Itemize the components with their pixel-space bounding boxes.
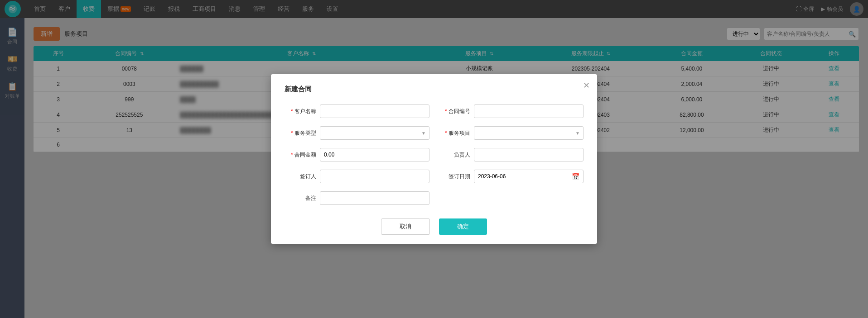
form-row-5: 备注 [285,191,583,205]
confirm-button[interactable]: 确定 [439,218,487,235]
client-name-input[interactable] [320,104,429,118]
field-sign-date: 签订日期 📅 [439,170,583,183]
field-service-item: 服务项目 ▼ [439,126,583,140]
service-type-label: 服务类型 [285,129,316,137]
form-row-1: 客户名称 合同编号 [285,104,583,118]
form-row-2: 服务类型 ▼ 服务项目 ▼ [285,126,583,140]
field-contract-amount: 合同金额 [285,148,429,161]
sign-date-input[interactable] [478,173,572,180]
sign-date-wrap: 📅 [474,170,583,183]
modal-overlay: ✕ 新建合同 客户名称 合同编号 服务类型 ▼ 服务项目 [0,0,868,318]
service-item-select[interactable] [474,126,583,140]
cancel-button[interactable]: 取消 [381,218,430,235]
remark-label: 备注 [285,195,316,202]
contract-no-label: 合同编号 [439,108,470,115]
signer-input[interactable] [320,170,429,183]
modal-title: 新建合同 [285,85,583,94]
field-contract-no: 合同编号 [439,104,583,118]
contract-amount-input[interactable] [320,148,429,161]
calendar-icon[interactable]: 📅 [572,173,579,180]
signer-label: 签订人 [285,173,316,180]
field-responsible: 负责人 [439,148,583,161]
new-contract-modal: ✕ 新建合同 客户名称 合同编号 服务类型 ▼ 服务项目 [271,74,597,244]
contract-amount-label: 合同金额 [285,151,316,159]
modal-footer: 取消 确定 [285,218,583,235]
contract-no-input[interactable] [474,104,583,118]
service-item-label: 服务项目 [439,129,470,137]
field-remark: 备注 [285,191,429,205]
field-signer: 签订人 [285,170,429,183]
field-service-type: 服务类型 ▼ [285,126,429,140]
responsible-label: 负责人 [439,151,470,159]
form-row-4: 签订人 签订日期 📅 [285,170,583,183]
service-item-select-wrap: ▼ [474,126,583,140]
service-type-select[interactable] [320,126,429,140]
client-name-label: 客户名称 [285,108,316,115]
remark-input[interactable] [320,191,429,205]
service-type-select-wrap: ▼ [320,126,429,140]
sign-date-label: 签订日期 [439,173,470,180]
form-row-3: 合同金额 负责人 [285,148,583,161]
field-client-name: 客户名称 [285,104,429,118]
responsible-input[interactable] [474,148,583,161]
modal-close-button[interactable]: ✕ [583,81,590,90]
